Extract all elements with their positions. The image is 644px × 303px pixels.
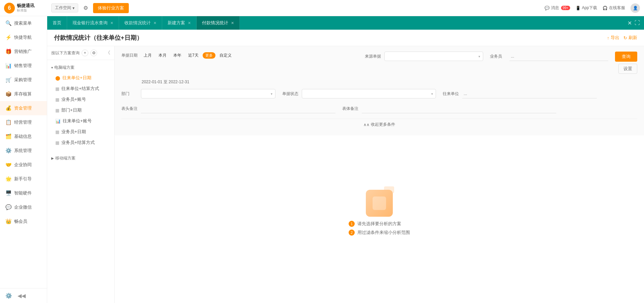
sidebar-item-marketing[interactable]: 🎁 营销推广 bbox=[0, 44, 47, 59]
filter-salesman-input[interactable] bbox=[509, 52, 608, 61]
sidebar-item-inventory[interactable]: 📦 库存核算 bbox=[0, 87, 47, 101]
filter-partner-input[interactable] bbox=[462, 89, 597, 98]
settings-bottom-icon[interactable]: ⚙️ bbox=[5, 293, 12, 299]
tab-cash-flow[interactable]: 现金银行流水查询 ✕ bbox=[67, 16, 119, 30]
scheme-item-partner-settlement[interactable]: ▦ 往来单位+结算方式 bbox=[47, 83, 114, 94]
tab-receipt-stats-close-icon[interactable]: ✕ bbox=[153, 21, 156, 25]
query-button[interactable]: 查询 bbox=[615, 52, 637, 62]
scheme-group-desktop: ▾ 电脑端方案 ⬤ 往来单位+日期 ▦ 往来单位+结算方式 ▦ 业务员+账号 bbox=[47, 60, 114, 151]
scheme-panel: 按以下方案查询 + ⚙ 《 ▾ 电脑端方案 ⬤ 往来单位+日期 bbox=[47, 46, 115, 303]
workspace-selector[interactable]: 工作空间 ▾ bbox=[51, 3, 78, 12]
date-range-display: 2022-01-01 至 2022-12-31 bbox=[142, 79, 637, 85]
sidebar-item-guide[interactable]: 🌟 新手引导 bbox=[0, 172, 47, 186]
avatar-icon: 👤 bbox=[633, 6, 638, 10]
collapse-more-button[interactable]: ∧∧ 收起更多条件 bbox=[121, 119, 637, 130]
scheme-group-mobile: ▶ 移动端方案 bbox=[47, 151, 114, 166]
collapse-sidebar-icon[interactable]: ◀◀ bbox=[18, 293, 26, 299]
logo-area: 6 畅捷通讯 标准版 bbox=[4, 3, 51, 13]
tab-payment-stats-close-icon[interactable]: ✕ bbox=[231, 21, 234, 25]
scheme-table-icon-4: ▦ bbox=[55, 129, 59, 134]
sidebar-item-search-menu[interactable]: 🔍 搜索菜单 bbox=[0, 16, 47, 30]
date-btn-last-7-days[interactable]: 近7天 bbox=[185, 52, 201, 59]
date-range-btns: 上月 本月 本年 近7天 更多 自定义 bbox=[141, 52, 234, 59]
scheme-item-partner-account[interactable]: 📊 往来单位+账号 bbox=[47, 116, 114, 126]
sidebar-label-sales: 销售管理 bbox=[14, 63, 32, 69]
sidebar-item-wechat[interactable]: 💬 企业微信 bbox=[0, 200, 47, 214]
avatar[interactable]: 👤 bbox=[631, 3, 640, 13]
sidebar-item-system[interactable]: ⚙️ 系统管理 bbox=[0, 144, 47, 158]
filter-date-control: 上月 本月 本年 近7天 更多 自定义 bbox=[141, 52, 358, 59]
date-btn-this-year[interactable]: 本年 bbox=[171, 52, 184, 59]
scheme-item-salesman-settlement-label: 业务员+结算方式 bbox=[61, 140, 95, 146]
filter-salesman-label: 业务员 bbox=[490, 54, 507, 59]
logo-sub: 标准版 bbox=[17, 8, 34, 13]
scheme-item-dept-date-label: 部门+日期 bbox=[61, 107, 82, 113]
sidebar-label-basic-info: 基础信息 bbox=[14, 133, 32, 140]
doc-status-chevron-icon: ▾ bbox=[431, 92, 433, 96]
online-service-button[interactable]: 🎧 在线客服 bbox=[603, 5, 625, 11]
sidebar-item-sales[interactable]: 📊 销售管理 bbox=[0, 59, 47, 73]
date-btn-this-month[interactable]: 本月 bbox=[156, 52, 169, 59]
tab-receipt-stats[interactable]: 收款情况统计 ✕ bbox=[119, 16, 162, 30]
trial-button[interactable]: 体验行业方案 bbox=[93, 3, 129, 13]
maximize-button[interactable]: ⛶ bbox=[635, 20, 640, 26]
empty-box-inner bbox=[373, 196, 386, 210]
filter-dept-select[interactable]: ▾ bbox=[141, 89, 275, 98]
sidebar-item-hardware[interactable]: 🖥️ 智能硬件 bbox=[0, 186, 47, 200]
filter-source-label: 来源单据 bbox=[365, 54, 382, 59]
collapse-more-label: 收起更多条件 bbox=[371, 122, 395, 127]
search-icon: 🔍 bbox=[5, 20, 11, 26]
download-icon: 📱 bbox=[576, 6, 581, 10]
sidebar-item-basic-info[interactable]: 🗂️ 基础信息 bbox=[0, 129, 47, 144]
scheme-settings-button[interactable]: ⚙ bbox=[90, 50, 97, 56]
content-body: 按以下方案查询 + ⚙ 《 ▾ 电脑端方案 ⬤ 往来单位+日期 bbox=[47, 46, 644, 303]
right-panel: 单据日期 上月 本月 本年 近7天 更多 自定义 bbox=[115, 46, 644, 303]
chevron-down-icon: ▾ bbox=[51, 66, 53, 69]
refresh-button[interactable]: ↻ 刷新 bbox=[623, 35, 637, 41]
scheme-item-salesman-date[interactable]: ▦ 业务员+日期 bbox=[47, 126, 114, 137]
scheme-item-salesman-account[interactable]: ▦ 业务员+账号 bbox=[47, 94, 114, 105]
sidebar-item-enterprise[interactable]: 🤝 企业协同 bbox=[0, 158, 47, 172]
scheme-item-salesman-settlement[interactable]: ▦ 业务员+结算方式 bbox=[47, 137, 114, 148]
scheme-item-partner-date[interactable]: ⬤ 往来单位+日期 bbox=[47, 72, 114, 83]
sidebar-item-quick-nav[interactable]: ⚡ 快捷导航 bbox=[0, 30, 47, 44]
filter-source-select[interactable]: ▾ bbox=[384, 52, 483, 61]
headset-icon: 🎧 bbox=[603, 6, 608, 10]
filter-body-note-input[interactable] bbox=[362, 104, 556, 113]
tab-home[interactable]: 首页 bbox=[47, 16, 67, 30]
sidebar-item-operations[interactable]: 📋 经营管理 bbox=[0, 115, 47, 129]
scheme-add-button[interactable]: + bbox=[82, 50, 88, 56]
sidebar-label-member: 畅会员 bbox=[14, 218, 27, 224]
scheme-collapse-button[interactable]: 《 bbox=[106, 50, 110, 56]
tab-bar: 首页 现金银行流水查询 ✕ 收款情况统计 ✕ 新建方案 ✕ 付款情况统计 ✕ ✕… bbox=[47, 16, 644, 30]
filter-header-note-label: 表头备注 bbox=[121, 106, 138, 112]
close-all-tabs-button[interactable]: ✕ bbox=[627, 20, 632, 26]
export-label: 导出 bbox=[611, 35, 619, 41]
empty-hint-1-text: 请先选择要分析的方案 bbox=[357, 221, 401, 227]
app-download-button[interactable]: 📱 App下载 bbox=[576, 5, 597, 11]
sidebar-item-finance[interactable]: 💰 资金管理 bbox=[0, 101, 47, 115]
scheme-group-mobile-label: 移动端方案 bbox=[55, 155, 76, 161]
tab-cash-flow-close-icon[interactable]: ✕ bbox=[110, 21, 113, 25]
message-button[interactable]: 💬 消息 99+ bbox=[545, 5, 570, 11]
date-btn-more[interactable]: 更多 bbox=[203, 52, 215, 59]
filter-header-note-input[interactable] bbox=[141, 104, 335, 113]
sidebar-item-purchase[interactable]: 🛒 采购管理 bbox=[0, 73, 47, 87]
filter-settings-button[interactable]: 设置 bbox=[618, 64, 637, 74]
export-button[interactable]: ↑ 导出 bbox=[607, 35, 620, 41]
scheme-group-desktop-title[interactable]: ▾ 电脑端方案 bbox=[47, 63, 114, 72]
scheme-item-dept-date[interactable]: ▦ 部门+日期 bbox=[47, 105, 114, 116]
sidebar-label-quick-nav: 快捷导航 bbox=[14, 34, 32, 40]
tab-payment-stats[interactable]: 付款情况统计 ✕ bbox=[197, 16, 240, 30]
sidebar-item-member[interactable]: 👑 畅会员 bbox=[0, 214, 47, 229]
date-btn-custom[interactable]: 自定义 bbox=[217, 52, 234, 59]
scheme-group-mobile-title[interactable]: ▶ 移动端方案 bbox=[47, 153, 114, 163]
filter-doc-status-select[interactable]: ▾ bbox=[302, 89, 436, 98]
date-btn-last-month[interactable]: 上月 bbox=[141, 52, 154, 59]
settings-gear-button[interactable]: ⚙ bbox=[81, 3, 90, 13]
tab-new-scheme[interactable]: 新建方案 ✕ bbox=[162, 16, 197, 30]
filter-panel: 单据日期 上月 本月 本年 近7天 更多 自定义 bbox=[115, 46, 644, 135]
scheme-panel-header: 按以下方案查询 + ⚙ 《 bbox=[47, 46, 114, 60]
tab-new-scheme-close-icon[interactable]: ✕ bbox=[188, 21, 191, 25]
sidebar-label-system: 系统管理 bbox=[14, 148, 32, 154]
